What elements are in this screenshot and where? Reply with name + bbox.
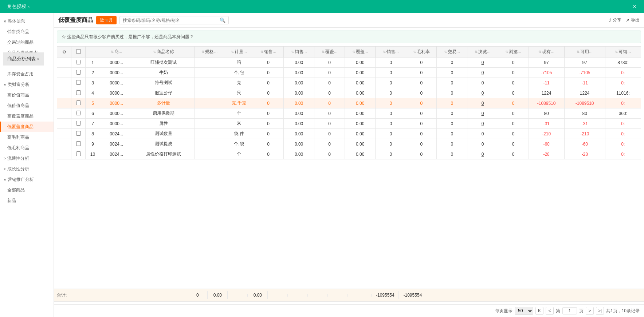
row-select-checkbox[interactable] (76, 151, 81, 156)
nav-item[interactable]: 单据模板设置 × (3, 26, 44, 39)
sidebar-item[interactable]: 全部商品 (0, 185, 54, 195)
row-checkbox[interactable] (71, 88, 86, 98)
sidebar-item[interactable]: 高覆盖度商品 (0, 111, 54, 122)
row-select-checkbox[interactable] (76, 70, 81, 75)
sidebar-group-header[interactable]: ∨类财富分析 (0, 79, 54, 90)
first-page-button[interactable]: K (535, 307, 543, 315)
nav-close-icon[interactable]: × (37, 57, 39, 61)
page-number-input[interactable] (562, 307, 577, 314)
column-name[interactable]: ⇅商品名称 (133, 47, 194, 58)
row-checkbox[interactable] (71, 68, 86, 78)
table-row: 10000...旺辅批次测试箱00.0000.000000097978730: (57, 58, 641, 68)
cell-browse1: 0 (467, 78, 498, 88)
row-settings[interactable] (57, 149, 71, 159)
row-select-checkbox[interactable] (76, 121, 81, 126)
column-unit[interactable]: ⇅计量... (225, 47, 253, 58)
sidebar-item[interactable]: 高价值商品 (0, 90, 54, 100)
per-page-select[interactable]: 50 100 200 (515, 307, 533, 315)
table-container[interactable]: ⚙⇅商...⇅商品名称⇅规格...⇅计量...⇅销售...⇅销售...⇅覆盖..… (57, 46, 641, 289)
sidebar-item[interactable]: 库存资金占用 (0, 69, 54, 79)
row-checkbox[interactable] (71, 98, 86, 108)
cell-gross: 0 (406, 68, 437, 78)
next-page-button[interactable]: > (586, 307, 594, 315)
row-settings[interactable] (57, 88, 71, 98)
column-cover2[interactable]: ⇅覆盖... (345, 47, 376, 58)
sidebar-item[interactable]: 低价值商品 (0, 100, 54, 111)
row-settings[interactable] (57, 108, 71, 119)
nav-item[interactable]: 商品分析 × (3, 39, 44, 52)
row-checkbox[interactable] (71, 58, 86, 68)
browse-link[interactable]: 0 (482, 70, 484, 75)
nav-item[interactable]: 角色授权 × (3, 0, 44, 13)
window-close-button[interactable]: × (628, 0, 641, 13)
row-settings[interactable] (57, 78, 71, 88)
column-browse1[interactable]: ⇅浏览... (467, 47, 498, 58)
nav-close-icon[interactable]: × (28, 44, 30, 48)
row-settings[interactable] (57, 139, 71, 149)
column-sales1[interactable]: ⇅销售... (253, 47, 284, 58)
horizontal-scrollbar[interactable] (54, 301, 644, 304)
sidebar-item[interactable]: 高毛利商品 (0, 132, 54, 143)
row-settings[interactable] (57, 119, 71, 129)
row-select-checkbox[interactable] (76, 100, 81, 105)
column-cover1[interactable]: ⇅覆盖... (314, 47, 345, 58)
cell-sales1: 0 (253, 129, 284, 139)
row-checkbox[interactable] (71, 129, 86, 139)
row-settings[interactable] (57, 68, 71, 78)
last-page-button[interactable]: >| (596, 307, 604, 315)
cell-spec (194, 139, 225, 149)
search-input[interactable] (123, 18, 220, 23)
row-select-checkbox[interactable] (76, 80, 81, 85)
browse-link[interactable]: 0 (482, 121, 484, 126)
sidebar-group-header[interactable]: ∨营销推广分析 (0, 174, 54, 185)
column-sales3[interactable]: ⇅销售... (376, 47, 406, 58)
select-all-checkbox[interactable] (76, 49, 81, 54)
nav-close-icon[interactable]: × (37, 18, 39, 22)
column-checkbox[interactable] (71, 47, 86, 58)
nav-close-icon[interactable]: × (37, 31, 39, 35)
row-checkbox[interactable] (71, 149, 86, 159)
row-select-checkbox[interactable] (76, 60, 81, 64)
browse-link[interactable]: 0 (482, 91, 484, 96)
sidebar-collapse-button[interactable]: « (106, 18, 108, 24)
browse-link[interactable]: 0 (482, 152, 484, 157)
browse-link[interactable]: 0 (482, 111, 484, 116)
browse-link[interactable]: 0 (482, 60, 484, 65)
column-trade[interactable]: ⇅交易... (437, 47, 467, 58)
export-button[interactable]: ↗ 导出 (626, 17, 640, 23)
column-available[interactable]: ⇅可用... (564, 47, 605, 58)
sidebar-item[interactable]: 低覆盖度商品 (0, 122, 54, 132)
sidebar-group-header[interactable]: >流通性分析 (0, 153, 54, 164)
nav-item[interactable]: 商品分析列表 × (3, 52, 44, 66)
column-current[interactable]: ⇅现有... (529, 47, 564, 58)
browse-link[interactable]: 0 (482, 101, 484, 106)
prev-page-button[interactable]: < (546, 307, 554, 315)
column-code[interactable]: ⇅商... (100, 47, 133, 58)
row-select-checkbox[interactable] (76, 90, 81, 95)
row-settings[interactable] (57, 58, 71, 68)
row-checkbox[interactable] (71, 119, 86, 129)
row-select-checkbox[interactable] (76, 111, 81, 115)
share-button[interactable]: ⤴ 分享 (609, 17, 621, 23)
browse-link[interactable]: 0 (482, 80, 484, 86)
sidebar-item[interactable]: 新品 (0, 195, 54, 206)
row-checkbox[interactable] (71, 139, 86, 149)
nav-item[interactable]: 产成品入库单 × (3, 13, 44, 26)
sidebar-item[interactable]: 低毛利商品 (0, 143, 54, 153)
column-settings[interactable]: ⚙ (57, 47, 71, 58)
row-settings[interactable] (57, 129, 71, 139)
sidebar-group-header[interactable]: >成长性分析 (0, 164, 54, 174)
row-checkbox[interactable] (71, 108, 86, 119)
column-salable[interactable]: ⇅可销... (605, 47, 641, 58)
row-checkbox[interactable] (71, 78, 86, 88)
column-spec[interactable]: ⇅规格... (194, 47, 225, 58)
column-browse2[interactable]: ⇅浏览... (498, 47, 529, 58)
column-sales2[interactable]: ⇅销售... (284, 47, 314, 58)
row-select-checkbox[interactable] (76, 131, 81, 136)
nav-close-icon[interactable]: × (28, 5, 30, 9)
column-gross[interactable]: ⇅毛利率 (406, 47, 437, 58)
row-select-checkbox[interactable] (76, 141, 81, 146)
browse-link[interactable]: 0 (482, 131, 484, 136)
browse-link[interactable]: 0 (482, 142, 484, 147)
row-settings[interactable] (57, 98, 71, 108)
